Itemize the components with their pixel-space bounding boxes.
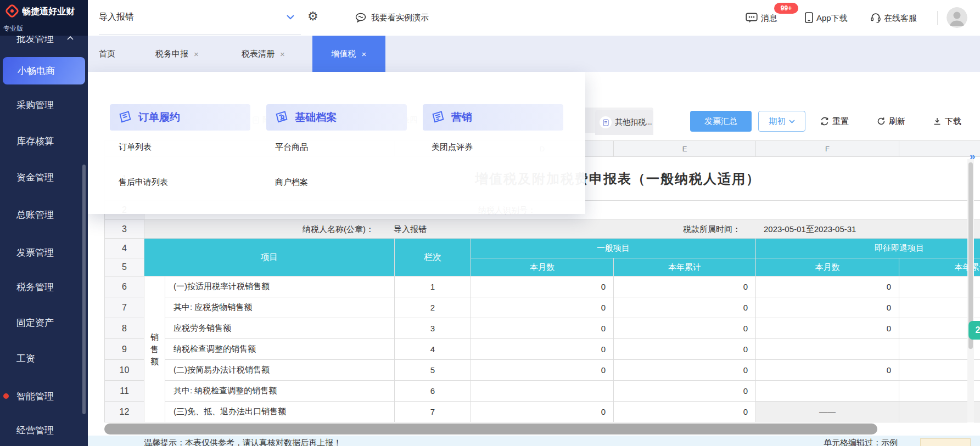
menu-group-order: 订单履约 — [110, 104, 250, 131]
subtab-other-tax-active[interactable]: 其他扣税... — [595, 110, 653, 135]
tab-label: 增值税 — [332, 49, 356, 59]
company-underline — [99, 34, 301, 35]
value-cell[interactable]: 0 — [614, 339, 756, 360]
row-number: 12 — [105, 402, 144, 422]
value-cell[interactable]: 0 — [614, 402, 756, 422]
menu-group-title: 订单履约 — [138, 110, 180, 125]
value-cell[interactable]: 0 — [471, 402, 614, 422]
table-row: 10 (二)按简易办法计税销售额 5 0 0 0 — [105, 360, 980, 381]
messages-link[interactable]: 消息 — [761, 13, 777, 24]
value-cell[interactable]: 0 — [614, 381, 756, 402]
opening-period-button[interactable]: 期初 — [758, 111, 805, 132]
sidebar-item-label: 采购管理 — [16, 100, 54, 110]
sidebar-item-smart-management[interactable]: 智能管理 — [0, 390, 88, 402]
header-refund-group: 即征即退项目 — [756, 239, 980, 258]
value-cell[interactable]: 0 — [756, 318, 899, 339]
sidebar-item-funds[interactable]: 资金管理 — [0, 171, 88, 183]
value-cell[interactable]: 0 — [614, 318, 756, 339]
tab-vat-active[interactable]: 增值税× — [312, 36, 385, 72]
footer-hint: 温馨提示：本表仅供参考，请认真核对数据后再上报！ — [144, 438, 341, 446]
value-cell[interactable]: 0 — [471, 339, 614, 360]
line-cell: 2 — [395, 297, 471, 318]
chevron-down-icon[interactable] — [287, 15, 294, 20]
value-cell[interactable] — [756, 381, 899, 402]
close-icon[interactable]: × — [280, 49, 285, 59]
expand-columns-icon[interactable]: » — [970, 150, 976, 162]
line-cell: 5 — [395, 360, 471, 381]
close-icon[interactable]: × — [362, 49, 367, 59]
sidebar-item-fixed-assets[interactable]: 固定资产 — [0, 317, 88, 329]
sidebar-item-label: 固定资产 — [16, 318, 54, 328]
value-cell[interactable]: 0 — [614, 297, 756, 318]
close-icon[interactable]: × — [194, 49, 199, 59]
tab-home[interactable]: 首页 — [99, 36, 115, 72]
tab-tax-register[interactable]: 税表清册× — [242, 36, 285, 72]
gear-icon[interactable]: ⚙ — [307, 9, 318, 24]
horizontal-scrollbar[interactable] — [104, 424, 877, 434]
sidebar-scrollbar[interactable] — [82, 165, 86, 414]
value-cell[interactable]: 0 — [614, 360, 756, 381]
app-download-link[interactable]: App下载 — [816, 13, 848, 24]
value-cell[interactable]: 0 — [756, 276, 899, 297]
tab-tax-declaration[interactable]: 税务申报× — [155, 36, 199, 72]
brand-logo-icon — [4, 3, 20, 19]
row-number: 9 — [105, 339, 144, 360]
value-cell[interactable]: 0 — [471, 360, 614, 381]
value-cell[interactable]: 0 — [471, 318, 614, 339]
menu-item-meituan-coupon[interactable]: 美团点评券 — [432, 142, 473, 153]
company-selector[interactable]: 导入报错 — [99, 12, 134, 23]
value-cell[interactable]: 0 — [471, 276, 614, 297]
sidebar-item-ecommerce-active[interactable]: 小畅电商 — [3, 57, 85, 84]
message-icon[interactable] — [746, 13, 758, 23]
line-cell: 1 — [395, 276, 471, 297]
header-row-groups: 4 项目 栏次 一般项目 即征即退项目 — [105, 239, 980, 258]
column-letter-f[interactable]: F — [756, 141, 899, 157]
value-cell[interactable]: 0 — [614, 276, 756, 297]
value-cell-disabled: —— — [756, 402, 899, 422]
sidebar-item-ledger[interactable]: 总账管理 — [0, 208, 88, 221]
row-number: 8 — [105, 318, 144, 339]
download-button[interactable]: 下载 — [933, 111, 961, 132]
menu-item-platform-goods[interactable]: 平台商品 — [275, 142, 308, 153]
download-label: 下载 — [945, 116, 961, 127]
base-archive-icon — [274, 110, 289, 125]
reset-button[interactable]: 重置 — [820, 111, 849, 132]
sidebar-item-tax[interactable]: 税务管理 — [0, 281, 88, 293]
invoice-summary-button[interactable]: 发票汇总 — [690, 111, 752, 132]
menu-item-order-list[interactable]: 订单列表 — [119, 142, 152, 153]
project-cell: 其中: 应税货物销售额 — [165, 297, 395, 318]
project-cell: 应税劳务销售额 — [165, 318, 395, 339]
sidebar-item-label: 税务管理 — [16, 282, 54, 292]
header-general-group: 一般项目 — [471, 239, 756, 258]
table-row: 12 (三)免、抵、退办法出口销售额 7 0 0 —— — [105, 402, 980, 422]
value-cell[interactable]: 0 — [756, 297, 899, 318]
value-cell[interactable]: 0 — [471, 297, 614, 318]
sidebar-item-business-management[interactable]: 经营管理 — [0, 424, 88, 436]
value-cell[interactable]: 0 — [756, 360, 899, 381]
line-cell: 7 — [395, 402, 471, 422]
ecommerce-mega-menu: 订单履约 基础档案 营销 订单列表 售后申请列表 平台商品 商户档案 美团点评券 — [88, 72, 585, 214]
column-letter-g[interactable] — [899, 141, 980, 157]
brand-name: 畅捷通好业财 — [22, 6, 75, 18]
refresh-button[interactable]: 刷新 — [877, 111, 905, 132]
value-cell[interactable] — [471, 381, 614, 402]
tab-bar: 首页 税务申报× 税表清册× 增值税× — [88, 36, 980, 72]
sidebar-item-inventory[interactable]: 库存核算 — [0, 135, 88, 147]
sidebar-item-payroll[interactable]: 工资 — [0, 352, 88, 364]
refresh-icon — [877, 117, 886, 126]
menu-item-merchant-archive[interactable]: 商户档案 — [275, 177, 308, 188]
menu-group-archives: 基础档案 — [266, 104, 407, 131]
sidebar-item-invoice[interactable]: 发票管理 — [0, 246, 88, 258]
demo-link[interactable]: 我要看实例演示 — [371, 13, 429, 23]
helper-badge[interactable]: 2 — [968, 321, 980, 340]
avatar[interactable] — [947, 7, 967, 28]
menu-item-aftersale-list[interactable]: 售后申请列表 — [119, 177, 168, 188]
value-cell[interactable] — [756, 339, 899, 360]
refresh-label: 刷新 — [889, 116, 905, 127]
online-service-link[interactable]: 在线客服 — [884, 13, 917, 24]
column-letter-e[interactable]: E — [614, 141, 756, 157]
menu-group-title: 营销 — [451, 110, 472, 125]
marketing-icon — [430, 110, 446, 125]
sidebar-item-purchase[interactable]: 采购管理 — [0, 99, 88, 111]
line-cell: 6 — [395, 381, 471, 402]
